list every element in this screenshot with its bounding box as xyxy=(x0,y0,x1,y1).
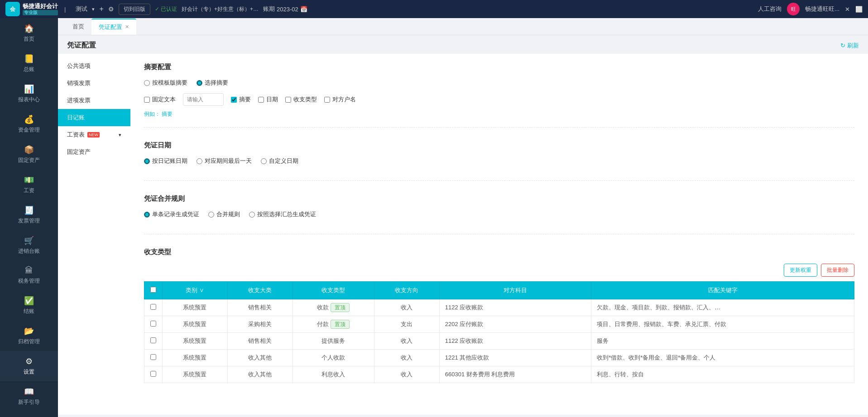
tab-bar: 首页 凭证配置 ✕ xyxy=(58,18,868,35)
radio-summary-gen-input[interactable] xyxy=(249,212,255,218)
switch-version-button[interactable]: 切到旧版 xyxy=(119,4,150,15)
radio-summary-gen[interactable]: 按照选择汇总生成凭证 xyxy=(249,210,316,218)
left-nav-fixed-assets[interactable]: 固定资产 xyxy=(58,143,130,161)
checkbox-date[interactable]: 日期 xyxy=(258,95,278,104)
update-weight-button[interactable]: 更新权重 xyxy=(784,264,817,277)
checkbox-fixed-text-input[interactable] xyxy=(144,97,150,103)
sidebar-item-member[interactable]: ⭐ 畅会员 xyxy=(0,412,58,417)
td-sub-type: 付款 置顶 xyxy=(293,316,374,333)
reset-tag[interactable]: 置顶 xyxy=(331,303,350,312)
calendar-icon[interactable]: 📅 xyxy=(300,6,307,13)
table-section: 类别 ∨ 收支大类 收支类型 收支方向 对方科目 匹配关键字 xyxy=(144,281,854,383)
tab-voucher-config[interactable]: 凭证配置 ✕ xyxy=(91,19,136,35)
fixed-text-input[interactable] xyxy=(183,93,224,106)
sidebar-item-invoice[interactable]: 🧾 发票管理 xyxy=(0,200,58,230)
sidebar-item-guide[interactable]: 📖 新手引导 xyxy=(0,381,58,412)
left-nav-sales-invoice[interactable]: 销项发票 xyxy=(58,75,130,92)
radio-merge[interactable]: 合并规则 xyxy=(208,210,240,218)
page-title: 凭证配置 xyxy=(67,41,96,50)
sidebar-item-settings[interactable]: ⚙ 设置 xyxy=(0,351,58,381)
sidebar-item-fund[interactable]: 💰 资金管理 xyxy=(0,109,58,139)
left-nav-sales-invoice-label: 销项发票 xyxy=(67,79,91,87)
refresh-button[interactable]: ↻ 刷新 xyxy=(840,42,859,50)
radio-template[interactable]: 按模板版摘要 xyxy=(144,79,187,87)
checkbox-counterparty-input[interactable] xyxy=(324,97,330,103)
td-sub-type: 收款 置顶 xyxy=(293,299,374,316)
purchase-icon: 🛒 xyxy=(24,236,34,246)
radio-single-input[interactable] xyxy=(144,212,150,218)
main-config: 摘要配置 按模板版摘要 选择摘要 xyxy=(130,54,868,415)
radio-period-last-input[interactable] xyxy=(197,158,202,164)
batch-delete-button[interactable]: 批量删除 xyxy=(821,264,854,277)
sidebar-item-purchase[interactable]: 🛒 进销台账 xyxy=(0,230,58,261)
radio-diary-date-input[interactable] xyxy=(144,158,150,164)
radio-custom-date[interactable]: 自定义日期 xyxy=(261,157,298,165)
td-keywords: 项目、日常费用、报销款、车费、承兑汇票、付款 xyxy=(591,316,854,333)
topbar: 会 畅捷通好会计 专业版 | 测试 ▾ + ⚙ 切到旧版 ✓ 已认证 好会计（专… xyxy=(0,0,868,18)
sidebar: 🏠 首页 📒 总账 📊 报表中心 💰 资金管理 📦 固定资产 💵 工资 🧾 发票… xyxy=(0,18,58,417)
checkbox-counterparty[interactable]: 对方户名 xyxy=(324,95,356,104)
reset-tag[interactable]: 置顶 xyxy=(331,320,350,329)
consult-button[interactable]: 人工咨询 xyxy=(758,5,782,13)
radio-select-label: 选择摘要 xyxy=(205,79,228,87)
left-nav-diary[interactable]: 日记账 xyxy=(58,109,130,126)
td-sub-type: 利息收入 xyxy=(293,366,374,383)
row-checkbox[interactable] xyxy=(150,371,156,377)
sidebar-label-asset: 固定资产 xyxy=(18,156,40,164)
td-checkbox xyxy=(144,333,163,350)
tab-close-icon[interactable]: ✕ xyxy=(125,24,129,30)
section-merge-title: 凭证合并规则 xyxy=(144,194,854,203)
sidebar-item-home[interactable]: 🏠 首页 xyxy=(0,18,58,48)
left-nav-purchase-invoice[interactable]: 进项发票 xyxy=(58,92,130,109)
sidebar-item-ledger[interactable]: 📒 总账 xyxy=(0,48,58,79)
maximize-icon[interactable]: ⬜ xyxy=(855,6,863,13)
summary-checkbox-row: 固定文本 摘要 日期 xyxy=(144,93,854,106)
radio-template-input[interactable] xyxy=(144,80,150,86)
checkbox-payment-type-input[interactable] xyxy=(285,97,291,103)
sidebar-item-archive[interactable]: 📂 归档管理 xyxy=(0,321,58,351)
checkbox-summary[interactable]: 摘要 xyxy=(231,95,251,104)
select-all-checkbox[interactable] xyxy=(150,287,156,293)
sidebar-label-salary: 工资 xyxy=(24,187,34,194)
company-dropdown-icon[interactable]: ▾ xyxy=(92,6,95,12)
settle-icon: ✅ xyxy=(24,296,34,306)
sidebar-item-settle[interactable]: ✅ 结账 xyxy=(0,290,58,321)
checkbox-counterparty-label: 对方户名 xyxy=(332,95,356,104)
radio-diary-date[interactable]: 按日记账日期 xyxy=(144,157,187,165)
radio-select[interactable]: 选择摘要 xyxy=(197,79,228,87)
avatar[interactable]: 旺 xyxy=(787,3,800,15)
sidebar-item-report[interactable]: 📊 报表中心 xyxy=(0,79,58,109)
checkbox-summary-label: 摘要 xyxy=(239,95,251,104)
td-account: 1122 应收账款 xyxy=(439,299,591,316)
left-nav-public[interactable]: 公共选项 xyxy=(58,57,130,75)
section-date-title: 凭证日期 xyxy=(144,141,854,150)
checkbox-date-input[interactable] xyxy=(258,97,264,103)
tab-home[interactable]: 首页 xyxy=(65,19,91,34)
close-icon[interactable]: ✕ xyxy=(845,6,850,13)
th-main-type: 收支大类 xyxy=(227,282,293,299)
row-checkbox[interactable] xyxy=(150,354,156,360)
left-nav-payroll-label: 工资表 xyxy=(67,131,85,139)
radio-period-last[interactable]: 对应期间最后一天 xyxy=(197,157,252,165)
row-checkbox[interactable] xyxy=(150,337,156,343)
add-icon[interactable]: + xyxy=(99,5,103,13)
sidebar-item-salary[interactable]: 💵 工资 xyxy=(0,170,58,200)
checkbox-payment-type[interactable]: 收支类型 xyxy=(285,95,317,104)
radio-custom-date-input[interactable] xyxy=(261,158,267,164)
checkbox-summary-input[interactable] xyxy=(231,97,237,103)
app-sub: 专业版 xyxy=(23,10,58,15)
section-income-expense: 收支类型 更新权重 批量删除 xyxy=(144,248,854,392)
radio-select-input[interactable] xyxy=(197,80,202,86)
table-header-row: 更新权重 批量删除 xyxy=(144,264,854,277)
section-summary: 摘要配置 按模板版摘要 选择摘要 xyxy=(144,63,854,128)
row-checkbox[interactable] xyxy=(150,304,156,310)
row-checkbox[interactable] xyxy=(150,321,156,327)
radio-single[interactable]: 单条记录生成凭证 xyxy=(144,210,199,218)
sidebar-item-asset[interactable]: 📦 固定资产 xyxy=(0,139,58,170)
left-nav-payroll[interactable]: 工资表 NEW ▾ xyxy=(58,126,130,143)
radio-merge-input[interactable] xyxy=(208,212,214,218)
sidebar-item-tax[interactable]: 🏛 税务管理 xyxy=(0,261,58,290)
gear-icon[interactable]: ⚙ xyxy=(108,5,114,13)
checkbox-fixed-text[interactable]: 固定文本 xyxy=(144,95,176,104)
td-checkbox xyxy=(144,316,163,333)
